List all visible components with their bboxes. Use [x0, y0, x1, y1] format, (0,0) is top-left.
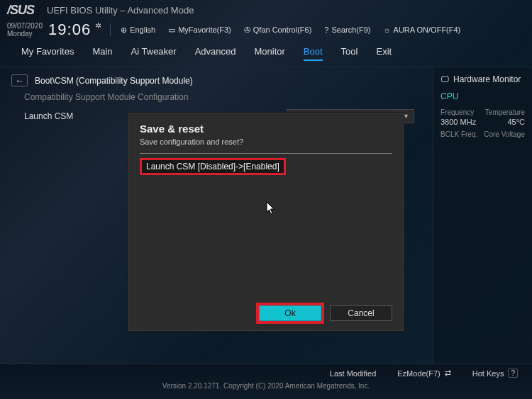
back-button[interactable]: ← — [11, 74, 28, 86]
separator — [110, 23, 111, 36]
globe-icon: ⊕ — [121, 26, 127, 35]
monitor-icon: 🖵 — [440, 74, 449, 84]
volt-label: Core Voltage — [484, 130, 525, 138]
date-text: 09/07/2020 — [7, 22, 43, 30]
dialog-divider — [140, 153, 392, 154]
ok-button[interactable]: Ok — [259, 305, 321, 321]
breadcrumb: ← Boot\CSM (Compatibility Support Module… — [11, 74, 421, 86]
tab-myfavorites[interactable]: My Favorites — [21, 43, 74, 61]
datetime-block: 09/07/2020 Monday 19:06 ✲ — [7, 21, 103, 39]
qfan-button[interactable]: ✇ Qfan Control(F6) — [241, 24, 315, 36]
sun-icon: ☼ — [383, 26, 390, 34]
dialog-subtitle: Save configuration and reset? — [140, 137, 392, 146]
search-button[interactable]: ? Search(F9) — [321, 24, 373, 35]
swap-icon: ⇄ — [445, 369, 451, 378]
myfavorite-button[interactable]: ▭ MyFavorite(F3) — [165, 24, 234, 36]
hotkeys-button[interactable]: Hot Keys ? — [472, 369, 518, 378]
save-reset-dialog: Save & reset Save configuration and rese… — [128, 112, 404, 332]
temp-label: Temperature — [485, 108, 525, 116]
hwmon-title: Hardware Monitor — [453, 74, 521, 84]
header-bar: /SUS UEFI BIOS Utility – Advanced Mode — [0, 0, 532, 19]
day-text: Monday — [7, 30, 43, 38]
freq-label: Frequency — [440, 108, 474, 116]
tab-exit[interactable]: Exit — [376, 43, 392, 61]
freq-value: 3800 MHz — [440, 118, 476, 126]
aura-button[interactable]: ☼ AURA ON/OFF(F4) — [380, 24, 463, 35]
page-title: UEFI BIOS Utility – Advanced Mode — [47, 5, 194, 16]
brand-logo: /SUS — [7, 3, 34, 18]
gear-icon[interactable]: ✲ — [95, 21, 101, 30]
last-modified-button[interactable]: Last Modified — [330, 369, 376, 378]
cancel-button[interactable]: Cancel — [330, 305, 392, 321]
dialog-title: Save & reset — [140, 123, 392, 135]
language-selector[interactable]: ⊕ English — [118, 24, 158, 36]
footer: Last Modified EzMode(F7) ⇄ Hot Keys ? Ve… — [0, 364, 532, 399]
change-item: Launch CSM [Disabled]->[Enabled] — [140, 158, 286, 175]
nav-tabs: My Favorites Main Ai Tweaker Advanced Mo… — [0, 43, 532, 67]
top-toolbar: 09/07/2020 Monday 19:06 ✲ ⊕ English ▭ My… — [0, 19, 532, 43]
mouse-cursor — [266, 201, 276, 215]
question-key-icon: ? — [508, 369, 518, 378]
hardware-monitor-panel: 🖵 Hardware Monitor CPU Frequency Tempera… — [433, 67, 532, 365]
tab-tool[interactable]: Tool — [341, 43, 358, 61]
ezmode-button[interactable]: EzMode(F7) ⇄ — [397, 369, 451, 378]
breadcrumb-text: Boot\CSM (Compatibility Support Module) — [35, 76, 193, 86]
copyright-text: Version 2.20.1271. Copyright (C) 2020 Am… — [0, 379, 532, 390]
temp-value: 45°C — [507, 118, 525, 126]
time-text: 19:06 — [48, 21, 91, 39]
section-header: Compatibility Support Module Configurati… — [24, 92, 421, 102]
bclk-label: BCLK Freq. — [440, 130, 477, 138]
tab-advanced[interactable]: Advanced — [195, 43, 236, 61]
fan-icon: ✇ — [244, 26, 250, 35]
screen-icon: ▭ — [168, 26, 175, 35]
tab-monitor[interactable]: Monitor — [255, 43, 285, 61]
cpu-section-label: CPU — [440, 91, 525, 101]
tab-aitweaker[interactable]: Ai Tweaker — [131, 43, 177, 61]
tab-main[interactable]: Main — [92, 43, 112, 61]
tab-boot[interactable]: Boot — [304, 43, 323, 61]
question-icon: ? — [324, 26, 328, 34]
